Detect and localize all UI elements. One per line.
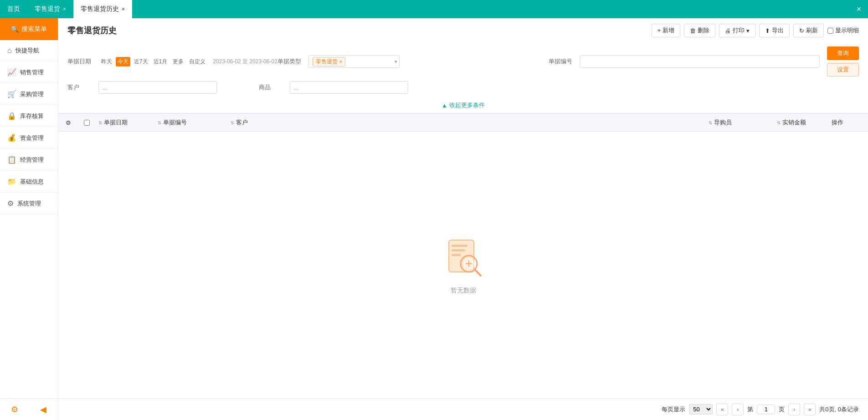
customer-select[interactable]: ... <box>98 81 217 94</box>
date-opt-yesterday[interactable]: 昨天 <box>99 57 114 67</box>
sidebar-item-quick-nav[interactable]: ⌂ 快捷导航 <box>0 40 58 61</box>
sidebar-search[interactable]: 🔍 搜索菜单 <box>0 18 58 40</box>
tab-retail-return-history[interactable]: 零售退货历史 × <box>73 0 132 18</box>
date-range: 2023-06-02 至 2023-06-02 <box>213 58 277 66</box>
page-unit-label: 页 <box>779 405 785 414</box>
print-button[interactable]: 🖨 打印 ▾ <box>719 24 755 37</box>
pagination: 每页显示 50 10 20 100 « ‹ 第 页 › <box>58 398 868 420</box>
empty-state-text: 暂无数据 <box>451 287 476 295</box>
th-customer-label: 客户 <box>236 118 248 127</box>
tab-retail-return-close[interactable]: × <box>63 6 66 12</box>
th-bill-no: ⇅ 单据编号 <box>154 118 227 127</box>
first-page-icon: « <box>721 406 724 413</box>
finance-icon: 💰 <box>7 133 16 142</box>
delete-icon: 🗑 <box>690 27 696 34</box>
date-options: 昨天 今天 近7天 近1月 更多 自定义 <box>99 57 207 67</box>
tab-retail-return[interactable]: 零售退货 × <box>27 0 73 18</box>
bill-type-tag-close[interactable]: × <box>339 59 342 64</box>
date-opt-7days[interactable]: 近7天 <box>132 57 150 67</box>
settings-button[interactable]: 设置 <box>827 63 859 77</box>
tab-home[interactable]: 首页 <box>0 0 27 18</box>
bill-type-dropdown-icon: ▾ <box>395 59 397 65</box>
sidebar-item-quick-nav-label: 快捷导航 <box>15 46 39 55</box>
per-page-select[interactable]: 50 10 20 100 <box>689 404 713 415</box>
sort-icon-bill[interactable]: ⇅ <box>158 120 161 125</box>
date-filter-label: 单据日期 <box>67 57 95 66</box>
query-button-label: 查询 <box>837 49 849 57</box>
last-page-button[interactable]: » <box>804 404 816 415</box>
page-number-input[interactable] <box>757 405 775 414</box>
th-guide: ⇅ 导购员 <box>705 118 773 127</box>
collapse-bar[interactable]: ▲ 收起更多条件 <box>67 98 859 113</box>
bill-type-select[interactable]: 零售退货 × ▾ <box>308 55 400 68</box>
page-label: 第 <box>747 405 753 414</box>
sidebar-item-operations-label: 经营管理 <box>20 156 44 164</box>
bill-type-tag-value: 零售退货 <box>316 58 338 66</box>
tab-retail-return-label: 零售退货 <box>35 5 60 13</box>
goods-label: 商品 <box>259 83 286 92</box>
date-opt-more[interactable]: 更多 <box>171 57 185 67</box>
export-icon: ⬆ <box>765 27 770 34</box>
collapse-icon: ▲ <box>442 102 447 109</box>
date-opt-1month[interactable]: 近1月 <box>152 57 169 67</box>
query-button[interactable]: 查询 <box>827 46 859 60</box>
page-header: 零售退货历史 + 新增 🗑 删除 🖨 打印 ▾ ⬆ <box>58 18 868 113</box>
select-all-checkbox[interactable] <box>84 120 90 126</box>
next-page-button[interactable]: › <box>788 404 800 415</box>
window-close-button[interactable]: × <box>850 0 868 18</box>
th-check[interactable] <box>78 120 95 126</box>
refresh-button-label: 刷新 <box>806 26 818 35</box>
date-opt-custom[interactable]: 自定义 <box>187 57 207 67</box>
sidebar-item-sales-label: 销售管理 <box>20 68 44 77</box>
sidebar-item-finance-label: 资金管理 <box>20 134 44 142</box>
export-button[interactable]: ⬆ 导出 <box>759 24 790 37</box>
gear-icon[interactable]: ⚙ <box>66 119 71 126</box>
show-detail-checkbox[interactable] <box>827 28 833 34</box>
svg-rect-3 <box>452 254 461 256</box>
sort-icon-amount[interactable]: ⇅ <box>777 120 781 125</box>
delete-button[interactable]: 🗑 删除 <box>684 24 715 37</box>
operations-icon: 📋 <box>7 155 16 164</box>
page-header-top: 零售退货历史 + 新增 🗑 删除 🖨 打印 ▾ ⬆ <box>67 24 859 37</box>
sidebar-item-finance[interactable]: 💰 资金管理 <box>0 127 58 149</box>
sidebar-item-operations[interactable]: 📋 经营管理 <box>0 149 58 171</box>
date-opt-today[interactable]: 今天 <box>116 57 130 67</box>
new-button[interactable]: + 新增 <box>652 24 680 37</box>
sidebar-item-inventory[interactable]: 🔒 库存核算 <box>0 105 58 127</box>
main-content: 零售退货历史 + 新增 🗑 删除 🖨 打印 ▾ ⬆ <box>58 18 868 420</box>
sidebar-item-inventory-label: 库存核算 <box>20 112 44 120</box>
sort-icon-date[interactable]: ⇅ <box>98 120 102 125</box>
bill-type-tag: 零售退货 × <box>313 57 345 67</box>
sidebar-item-system[interactable]: ⚙ 系统管理 <box>0 193 58 215</box>
per-page-label: 每页显示 <box>662 405 685 414</box>
refresh-button[interactable]: ↻ 刷新 <box>793 24 824 37</box>
main-layout: 🔍 搜索菜单 ⌂ 快捷导航 📈 销售管理 🛒 采购管理 🔒 库存核算 💰 资金管… <box>0 18 868 420</box>
show-detail-label: 显示明细 <box>835 26 859 35</box>
sort-icon-customer[interactable]: ⇅ <box>231 120 234 125</box>
svg-line-6 <box>475 270 481 276</box>
collapse-label: 收起更多条件 <box>449 101 485 109</box>
first-page-button[interactable]: « <box>716 404 728 415</box>
prev-page-button[interactable]: ‹ <box>732 404 744 415</box>
total-label: 共0页, 0条记录 <box>819 405 859 414</box>
bill-number-input[interactable] <box>580 55 820 68</box>
filter-row-2: 客户 ... 商品 ... <box>67 81 859 94</box>
print-icon: 🖨 <box>725 27 731 34</box>
empty-icon <box>441 236 486 281</box>
th-gear[interactable]: ⚙ <box>62 119 78 126</box>
sidebar-item-basic-info[interactable]: 📁 基础信息 <box>0 171 58 193</box>
sidebar-item-purchase-mgmt[interactable]: 🛒 采购管理 <box>0 83 58 105</box>
tab-retail-return-history-close[interactable]: × <box>122 6 125 12</box>
goods-select[interactable]: ... <box>290 81 408 94</box>
last-page-icon: » <box>808 406 812 413</box>
sort-icon-guide[interactable]: ⇅ <box>709 120 712 125</box>
sidebar-item-sales-mgmt[interactable]: 📈 销售管理 <box>0 61 58 83</box>
sidebar-settings-button[interactable]: ⚙ <box>0 399 29 420</box>
settings-button-label: 设置 <box>837 66 849 74</box>
home-icon: ⌂ <box>7 46 12 55</box>
sidebar-collapse-button[interactable]: ◀ <box>29 399 58 420</box>
system-icon: ⚙ <box>7 199 14 208</box>
table-area: ⚙ ⇅ 单据日期 ⇅ 单据编号 ⇅ 客户 ⇅ <box>58 113 868 420</box>
basic-info-icon: 📁 <box>7 177 16 186</box>
sidebar-item-system-label: 系统管理 <box>17 200 41 208</box>
